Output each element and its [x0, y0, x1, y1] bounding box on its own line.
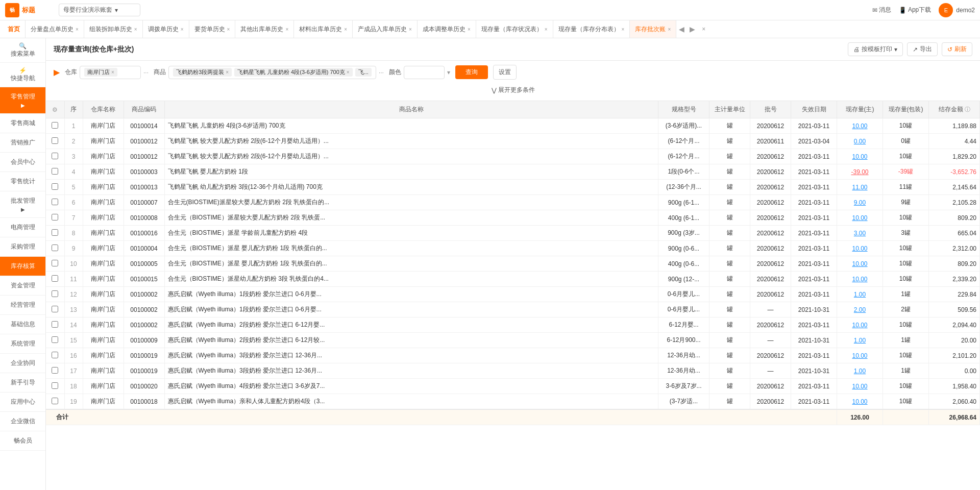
tab-kucun1-close[interactable]: × — [545, 27, 548, 32]
tab-zuhe[interactable]: 组装拆卸单历史 × — [84, 20, 143, 38]
tab-kucun1[interactable]: 现存量（库存状况表） × — [476, 20, 553, 38]
td-checkbox[interactable] — [46, 302, 64, 317]
td-checkbox[interactable] — [46, 256, 64, 272]
tab-home[interactable]: 首页 — [3, 20, 26, 38]
sidebar-item-purchase[interactable]: 采购管理 — [0, 237, 45, 257]
company-selector[interactable]: 母婴行业演示账套 ▾ — [59, 4, 140, 16]
td-checkbox[interactable] — [46, 195, 64, 210]
sidebar-item-ecommerce[interactable]: 电商管理 — [0, 218, 45, 237]
td-qty-main[interactable]: 1.00 — [837, 333, 883, 348]
td-checkbox[interactable] — [46, 134, 64, 149]
sidebar-item-retail-mgmt[interactable]: 零售管理 ▶ — [0, 87, 45, 114]
info-icon[interactable]: ⓘ — [965, 106, 970, 113]
td-qty-main[interactable]: 3.00 — [837, 226, 883, 241]
td-checkbox[interactable] — [46, 210, 64, 226]
td-checkbox[interactable] — [46, 180, 64, 195]
sidebar-item-retail-stats[interactable]: 零售统计 — [0, 172, 45, 191]
td-checkbox[interactable] — [46, 149, 64, 164]
sidebar-item-collab[interactable]: 企业协同 — [0, 354, 45, 373]
refresh-button[interactable]: ↺ 刷新 — [942, 42, 972, 56]
td-qty-main[interactable]: 10.00 — [837, 256, 883, 272]
row-checkbox[interactable] — [52, 214, 58, 220]
sidebar-item-inventory[interactable]: 库存核算 — [0, 257, 45, 276]
row-checkbox[interactable] — [52, 183, 58, 190]
tab-diaopo-close[interactable]: × — [181, 27, 184, 32]
sidebar-item-guide[interactable]: 新手引导 — [0, 373, 45, 393]
tab-chuku[interactable]: 其他出库单历史 × — [235, 20, 294, 38]
td-checkbox[interactable] — [46, 287, 64, 302]
tab-diaopo[interactable]: 调拨单历史 × — [143, 20, 189, 38]
td-qty-main[interactable]: 1.00 — [837, 363, 883, 379]
row-checkbox[interactable] — [52, 275, 58, 282]
color-tag-container[interactable] — [404, 66, 445, 79]
tab-zuhe-close[interactable]: × — [134, 27, 137, 32]
row-checkbox[interactable] — [52, 398, 58, 404]
row-checkbox[interactable] — [52, 244, 58, 251]
filter-expand-arrow[interactable]: ▶ — [54, 67, 60, 77]
sidebar-item-wholesale[interactable]: 批发管理 ▶ — [0, 191, 45, 218]
query-button[interactable]: 查询 — [455, 65, 488, 79]
td-checkbox[interactable] — [46, 379, 64, 394]
tab-prev-button[interactable]: ◀ — [676, 25, 687, 33]
row-checkbox[interactable] — [52, 229, 58, 236]
row-checkbox[interactable] — [52, 199, 58, 205]
td-qty-main[interactable]: 10.00 — [837, 210, 883, 226]
row-checkbox[interactable] — [52, 382, 58, 389]
tab-yaohuo[interactable]: 要货单历史 × — [189, 20, 236, 38]
tab-chengben-close[interactable]: × — [468, 27, 471, 32]
tab-cailiao[interactable]: 材料出库单历史 × — [294, 20, 353, 38]
td-qty-main[interactable]: 10.00 — [837, 394, 883, 410]
td-checkbox[interactable] — [46, 394, 64, 410]
tab-fenliang[interactable]: 分量盘点单历史 × — [26, 20, 84, 38]
td-checkbox[interactable] — [46, 363, 64, 379]
tab-chengpin[interactable]: 产成品入库单历史 × — [353, 20, 418, 38]
td-qty-main[interactable]: 0.00 — [837, 134, 883, 149]
tab-kucun3-close[interactable]: × — [668, 27, 671, 32]
row-checkbox[interactable] — [52, 168, 58, 175]
td-checkbox[interactable] — [46, 272, 64, 287]
tab-yaohuo-close[interactable]: × — [227, 27, 230, 32]
sidebar-item-marketing[interactable]: 营销推广 — [0, 133, 45, 153]
td-qty-main[interactable]: 10.00 — [837, 241, 883, 256]
warehouse-tag-container[interactable]: 南岸门店 × — [80, 66, 141, 79]
tab-chengben[interactable]: 成本调整单历史 × — [418, 20, 476, 38]
td-qty-main[interactable]: 10.00 — [837, 348, 883, 363]
td-checkbox[interactable] — [46, 226, 64, 241]
td-checkbox[interactable] — [46, 241, 64, 256]
td-qty-main[interactable]: 10.00 — [837, 272, 883, 287]
setting-button[interactable]: 设置 — [493, 65, 517, 80]
row-checkbox[interactable] — [52, 290, 58, 297]
sidebar-item-finance[interactable]: 资金管理 — [0, 276, 45, 296]
sidebar-item-apps[interactable]: 应用中心 — [0, 393, 45, 412]
tab-fenliang-close[interactable]: × — [76, 27, 79, 32]
search-menu-item[interactable]: 🔍 搜索菜单 — [0, 38, 45, 63]
tab-chengpin-close[interactable]: × — [409, 27, 412, 32]
td-checkbox[interactable] — [46, 348, 64, 363]
tab-kucun2[interactable]: 现存量（库存分布表） × — [553, 20, 630, 38]
row-checkbox[interactable] — [52, 306, 58, 312]
td-qty-main[interactable]: -39.00 — [837, 164, 883, 180]
warehouse-tag-nanan-close[interactable]: × — [111, 69, 114, 75]
td-checkbox[interactable] — [46, 333, 64, 348]
td-qty-main[interactable]: 1.00 — [837, 287, 883, 302]
warehouse-more-btn[interactable]: ··· — [143, 69, 149, 76]
sidebar-item-member2[interactable]: 畅会员 — [0, 431, 45, 451]
td-qty-main[interactable]: 10.00 — [837, 118, 883, 134]
print-button[interactable]: 🖨 按模板打印 ▾ — [848, 42, 903, 56]
td-checkbox[interactable] — [46, 164, 64, 180]
product-tag-container[interactable]: 飞鹤奶粉3段两提装 × 飞鹤星飞帆 儿童奶粉 4段(3-6岁适用) 700克 ×… — [168, 66, 376, 79]
app-download-button[interactable]: 📱 App下载 — [899, 6, 931, 14]
settings-icon[interactable]: ⚙ — [52, 106, 58, 113]
td-qty-main[interactable]: 2.00 — [837, 302, 883, 317]
sidebar-item-operations[interactable]: 经营管理 — [0, 296, 45, 315]
row-checkbox[interactable] — [52, 321, 58, 328]
message-button[interactable]: ✉ 消息 — [872, 6, 891, 14]
td-checkbox[interactable] — [46, 317, 64, 333]
row-checkbox[interactable] — [52, 367, 58, 374]
expand-conditions-button[interactable]: ⋁ 展开更多条件 — [487, 84, 539, 96]
td-qty-main[interactable]: 10.00 — [837, 317, 883, 333]
sidebar-item-member[interactable]: 会员中心 — [0, 153, 45, 172]
tab-cailiao-close[interactable]: × — [344, 27, 347, 32]
tab-kucun2-close[interactable]: × — [622, 27, 625, 32]
quick-nav-item[interactable]: ⚡ 快捷导航 — [0, 63, 45, 87]
